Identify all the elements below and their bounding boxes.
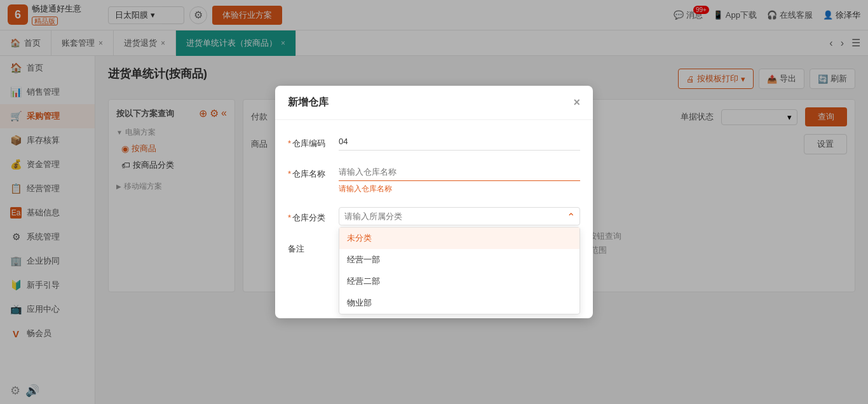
dialog-close-btn[interactable]: ×	[573, 96, 580, 109]
dialog-title: 新增仓库	[288, 96, 329, 109]
note-label: 备注	[288, 238, 339, 255]
new-warehouse-dialog: 新增仓库 × 仓库编码 仓库名称 请输入仓库名称 仓库分类	[275, 86, 593, 318]
form-row-code: 仓库编码	[288, 133, 580, 151]
category-select-wrapper: ⌃	[339, 207, 580, 226]
category-dropdown: 未分类 经营一部 经营二部 物业部	[339, 227, 580, 314]
code-label: 仓库编码	[288, 133, 339, 149]
dropdown-item-dept1[interactable]: 经营一部	[339, 249, 580, 271]
code-control	[339, 133, 580, 151]
form-row-category: 仓库分类 ⌃ 未分类 经营一部 经营二部 物业部	[288, 207, 580, 226]
category-label: 仓库分类	[288, 207, 339, 224]
dropdown-item-unclassified[interactable]: 未分类	[339, 227, 580, 249]
form-row-name: 仓库名称 请输入仓库名称	[288, 163, 580, 194]
dialog-body: 仓库编码 仓库名称 请输入仓库名称 仓库分类 ⌃	[275, 120, 593, 281]
name-control: 请输入仓库名称	[339, 163, 580, 194]
code-input[interactable]	[339, 133, 580, 151]
dialog-header: 新增仓库 ×	[275, 86, 593, 120]
dropdown-item-property[interactable]: 物业部	[339, 292, 580, 314]
name-label: 仓库名称	[288, 163, 339, 180]
modal-overlay[interactable]: 新增仓库 × 仓库编码 仓库名称 请输入仓库名称 仓库分类	[0, 0, 868, 404]
name-error-msg: 请输入仓库名称	[339, 184, 580, 194]
category-control: ⌃ 未分类 经营一部 经营二部 物业部	[339, 207, 580, 226]
dropdown-item-dept2[interactable]: 经营二部	[339, 271, 580, 292]
category-input[interactable]	[339, 207, 580, 226]
name-input[interactable]	[339, 163, 580, 181]
